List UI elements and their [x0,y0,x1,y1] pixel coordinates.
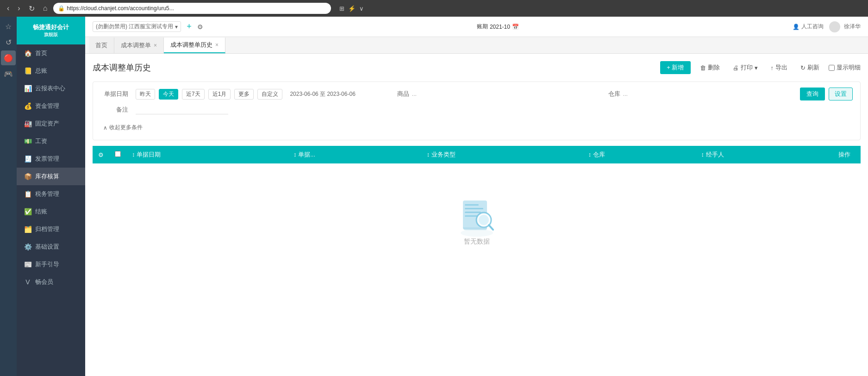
icon-bar-item-4[interactable]: 🎮 [1,66,16,81]
table-col-number[interactable]: ↕ 单据... [288,146,421,163]
sidebar-item-ledger[interactable]: 📒 总账 [17,62,85,80]
back-button[interactable]: ‹ [5,3,12,13]
browser-chrome: ‹ › ↻ ⌂ 🔒 https://cloud.chanjet.com/acco… [0,0,868,17]
date-btn-近7天[interactable]: 近7天 [182,89,205,100]
date-range-text: 2023-06-06 至 2023-06-06 [290,90,355,98]
sidebar-label-home: 首页 [35,49,47,57]
empty-state: 暂无数据 [93,163,861,274]
display-toggle[interactable]: 显示明细 [829,63,861,72]
notes-filter-label: 备注 [100,106,128,114]
sidebar-label-settings: 基础设置 [35,243,59,251]
svg-rect-3 [465,208,483,209]
sidebar-icon-tax: 📋 [24,190,31,198]
notes-input[interactable] [136,105,228,114]
sidebar-item-home[interactable]: 🏠 首页 [17,44,85,62]
warehouse-more[interactable]: ... [623,91,628,97]
goods-more[interactable]: ... [412,91,417,97]
tab-close-cost-adjust-history[interactable]: × [215,42,219,48]
refresh-icon: ↻ [800,64,806,71]
tab-close-cost-adjust[interactable]: × [154,42,157,49]
period-value: 2021-10 [490,24,510,30]
table-settings-icon[interactable]: ⚙ [98,151,104,158]
sidebar-label-archive: 归档管理 [35,225,59,233]
delete-label: 删除 [708,63,720,72]
sidebar-nav: 🏠 首页 📒 总账 📊 云报表中心 💰 资金管理 🏭 固定资产 💵 工资 🧾 发… [17,44,85,376]
sidebar-item-settings[interactable]: ⚙️ 基础设置 [17,238,85,256]
forward-button[interactable]: › [15,3,22,13]
date-btn-昨天[interactable]: 昨天 [136,89,155,100]
sidebar-item-invoice[interactable]: 🧾 发票管理 [17,150,85,168]
goods-filter-field: 商品 ... [381,90,567,98]
settings-icon-topbar[interactable]: ⚙ [197,23,203,31]
sidebar-item-funds[interactable]: 💰 资金管理 [17,97,85,115]
display-toggle-checkbox[interactable] [829,65,835,71]
tab-cost-adjust[interactable]: 成本调整单× [114,38,164,53]
sidebar-item-guide[interactable]: 📰 新手引导 [17,256,85,273]
table-body: 暂无数据 [93,163,861,274]
sidebar-item-reports[interactable]: 📊 云报表中心 [17,80,85,97]
col-warehouse-label: ↕ 仓库 [588,151,605,158]
tab-home[interactable]: 首页 [89,38,114,53]
sidebar-item-closing[interactable]: ✅ 结账 [17,203,85,220]
add-company-btn[interactable]: + [187,22,192,31]
sidebar-item-inventory[interactable]: 📦 库存核算 [17,168,85,185]
sidebar-icon-ledger: 📒 [24,67,31,75]
query-button[interactable]: 查询 [800,88,825,100]
notes-filter-row: 备注 [100,105,853,114]
top-bar: (勿删勿禁用) 江西服宝测试专用 ▾ + ⚙ 账期 2021-10 📅 👤 人工… [85,17,868,37]
col-actions-label: 操作 [838,151,850,158]
tab-cost-adjust-history[interactable]: 成本调整单历史× [164,38,225,53]
sidebar-item-salary[interactable]: 💵 工资 [17,132,85,150]
company-selector[interactable]: (勿删勿禁用) 江西服宝测试专用 ▾ [93,21,181,32]
user-name-btn[interactable]: 徐泽华 [829,21,861,32]
filter-setting-button[interactable]: 设置 [829,88,853,100]
table-settings-col[interactable]: ⚙ [93,146,109,163]
table-select-all[interactable] [115,151,121,157]
table-col-business-type[interactable]: ↕ 业务类型 [421,146,583,163]
col-date-label: ↕ 单据日期 [132,151,161,158]
table-checkbox-col[interactable] [109,146,126,163]
sidebar-item-tax[interactable]: 📋 税务管理 [17,185,85,203]
address-bar[interactable]: 🔒 https://cloud.chanjet.com/accounting/u… [53,3,331,14]
table-col-date[interactable]: ↕ 单据日期 [126,146,288,163]
tab-label-home: 首页 [95,41,107,50]
page-title: 成本调整单历史 [93,62,151,73]
goods-filter-label: 商品 [381,90,409,98]
date-btn-今天[interactable]: 今天 [159,89,178,100]
export-label: 导出 [775,63,787,72]
icon-bar-item-1[interactable]: ☆ [1,19,16,34]
home-button[interactable]: ⌂ [41,3,50,13]
sidebar-label-reports: 云报表中心 [35,84,65,93]
sidebar-label-fixed-assets: 固定资产 [35,119,59,128]
date-btn-自定义[interactable]: 自定义 [257,89,282,100]
sidebar-icon-guide: 📰 [24,261,31,268]
extensions-icon: ⊞ [339,5,344,12]
delete-button[interactable]: 🗑 删除 [696,62,724,74]
export-button[interactable]: ↑ 导出 [767,62,792,74]
add-button[interactable]: + 新增 [660,61,690,74]
sidebar-item-fixed-assets[interactable]: 🏭 固定资产 [17,115,85,132]
sidebar-label-salary: 工资 [35,137,47,145]
date-btn-近1月[interactable]: 近1月 [208,89,231,100]
icon-bar-item-2[interactable]: ↺ [1,35,16,50]
refresh-button-page[interactable]: ↻ 刷新 [797,62,823,74]
logo-sub-text: 旗舰版 [33,31,69,38]
tab-label-cost-adjust-history: 成本调整单历史 [170,41,212,49]
print-button[interactable]: 🖨 打印 ▾ [729,62,762,74]
icon-bar-item-3[interactable]: 🔴 [1,50,16,65]
sidebar-label-invoice: 发票管理 [35,155,59,163]
sidebar-item-archive[interactable]: 🗂️ 归档管理 [17,220,85,238]
dropdown-icon[interactable]: ∨ [359,5,364,12]
sidebar-item-member[interactable]: V 畅会员 [17,273,85,291]
lock-icon: 🔒 [58,5,65,12]
calendar-icon[interactable]: 📅 [512,24,519,30]
table-col-handler[interactable]: ↕ 经手人 [696,146,833,163]
print-dropdown-icon: ▾ [755,64,758,71]
user-service-btn[interactable]: 👤 人工咨询 [793,23,824,31]
delete-icon: 🗑 [700,64,706,71]
refresh-button[interactable]: ↻ [26,3,37,14]
date-btn-更多[interactable]: 更多 [234,89,254,100]
table-col-warehouse[interactable]: ↕ 仓库 [583,146,696,163]
collapse-btn[interactable]: ∧ 收起更多条件 [100,121,853,134]
display-toggle-label: 显示明细 [837,63,861,72]
